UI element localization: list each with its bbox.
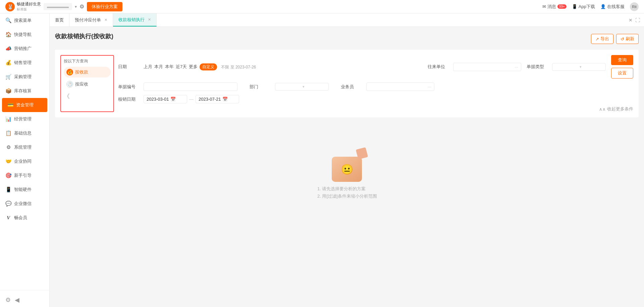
refresh-btn[interactable]: ↺ 刷新 xyxy=(616,34,639,44)
shortcut-this-year[interactable]: 本年 xyxy=(165,64,174,70)
tab-prepay[interactable]: 预付冲应付单 ✕ xyxy=(69,13,113,27)
logo-icon: 🐰 xyxy=(5,2,15,11)
sidebar-item-inventory[interactable]: 📦 库存核算 xyxy=(0,84,49,98)
system-icon: ⚙ xyxy=(5,144,11,150)
collapse-more-btn[interactable]: ∧∧ 收起更多条件 xyxy=(118,106,633,112)
calendar-start-icon[interactable]: 📅 xyxy=(170,97,176,102)
query-btn[interactable]: 查询 xyxy=(611,55,633,65)
empty-box-illustration: 😐 xyxy=(332,157,362,182)
salesman-dots-icon[interactable]: ··· xyxy=(428,84,431,89)
sidebar-item-search-menu[interactable]: 🔍 搜索菜单 xyxy=(0,13,49,28)
filter-fields: 日期 上月 本月 本年 近7天 更多 自定义 不限 至 2023-07-26 xyxy=(118,55,633,112)
user-avatar[interactable]: Rit xyxy=(630,2,639,11)
sidebar-item-marketing[interactable]: 📣 营销推广 xyxy=(0,42,49,56)
tab-expand-btn[interactable]: ⛶ xyxy=(635,17,640,23)
sidebar-item-purchase[interactable]: 🛒 采购管理 xyxy=(0,70,49,84)
filter-actions: 查询 设置 xyxy=(611,55,633,79)
empty-face-icon: 😐 xyxy=(341,163,353,175)
industry-btn[interactable]: 休验行业方案 xyxy=(87,2,122,11)
sidebar-item-basic-info[interactable]: 📋 基础信息 xyxy=(0,126,49,140)
tab-bar: 首页 预付冲应付单 ✕ 收款核销执行 ✕ ✕ ⛶ xyxy=(50,13,644,27)
doc-no-input[interactable] xyxy=(147,84,234,89)
sidebar-item-sales[interactable]: 💰 销售管理 xyxy=(0,56,49,70)
collapse-up-icon: ∧∧ xyxy=(599,107,606,112)
logo-name: 畅捷通好生意 xyxy=(17,1,41,7)
sidebar-item-hardware[interactable]: 📱 智能硬件 xyxy=(0,183,49,197)
sidebar-label-wechat: 企业微信 xyxy=(14,201,32,207)
beginner-icon: 🎯 xyxy=(5,172,11,178)
sales-icon: 💰 xyxy=(5,60,11,66)
dept-label: 部门 xyxy=(250,84,270,90)
empty-hint-2: 用[过滤]条件来缩小分析范围 xyxy=(322,193,377,199)
sidebar-item-member[interactable]: V 畅会员 xyxy=(0,211,49,225)
filter-left-collapse[interactable]: 《 xyxy=(64,92,111,100)
tab-prepay-close[interactable]: ✕ xyxy=(104,18,107,22)
app-download-btn[interactable]: 📱 App下载 xyxy=(572,4,595,10)
sidebar-label-marketing: 营销推广 xyxy=(14,46,32,52)
doc-no-field[interactable] xyxy=(144,83,237,91)
shortcut-last-month[interactable]: 上月 xyxy=(144,64,152,70)
online-service-btn[interactable]: 👤 在线客服 xyxy=(600,4,625,10)
salesman-field[interactable]: ··· xyxy=(366,83,434,91)
salesman-input[interactable] xyxy=(369,84,426,89)
tab-home[interactable]: 首页 xyxy=(50,13,69,27)
gear-icon[interactable]: ⚙ xyxy=(79,3,84,10)
service-icon: 👤 xyxy=(600,4,606,9)
messages-btn[interactable]: ✉ 消息 99+ xyxy=(542,4,567,10)
filter-row-3: 核销日期 2023-03-01 📅 — 2023-07-21 📅 xyxy=(118,95,633,103)
shortcut-more[interactable]: 更多 xyxy=(189,64,198,70)
doc-type-select[interactable]: ▾ xyxy=(552,63,606,71)
tab-close-btn[interactable]: ✕ xyxy=(629,17,633,23)
sidebar-item-finance[interactable]: 💳 资金管理 xyxy=(2,98,47,112)
sidebar-label-quick-nav: 快捷导航 xyxy=(14,32,32,38)
shortcut-custom[interactable]: 自定义 xyxy=(200,63,217,70)
shortcut-this-month[interactable]: 本月 xyxy=(154,64,163,70)
collapse-more-label: 收起更多条件 xyxy=(607,106,633,112)
sidebar-item-quick-nav[interactable]: 🏠 快捷导航 xyxy=(0,28,49,42)
refresh-icon: ↺ xyxy=(621,37,624,42)
sidebar-label-finance: 资金管理 xyxy=(16,102,34,108)
tab-receivable[interactable]: 收款核销执行 ✕ xyxy=(113,13,157,27)
counterpart-dots-icon[interactable]: ··· xyxy=(515,64,518,69)
company-name[interactable]: ▬▬▬▬▬ xyxy=(44,3,72,10)
sidebar-item-operations[interactable]: 📊 经营管理 xyxy=(0,112,49,126)
dept-select[interactable]: ▾ xyxy=(275,83,329,91)
salesman-label: 业务员 xyxy=(341,84,361,90)
counterpart-label: 往来单位 xyxy=(428,64,448,70)
content-area: 收款核销执行(按收款) ↗ 导出 ↺ 刷新 按以下方查询 xyxy=(50,27,644,307)
sidebar-item-enterprise[interactable]: 🤝 企业协同 xyxy=(0,154,49,168)
operations-icon: 📊 xyxy=(5,116,11,122)
sidebar-item-system[interactable]: ⚙ 系统管理 xyxy=(0,140,49,154)
filter-row-1: 日期 上月 本月 本年 近7天 更多 自定义 不限 至 2023-07-26 xyxy=(118,55,633,79)
sidebar-item-wechat[interactable]: 💬 企业微信 xyxy=(0,197,49,211)
filter-option-by-receivable[interactable]: 🕐 按应收 xyxy=(64,79,111,90)
calendar-end-icon[interactable]: 📅 xyxy=(222,97,228,102)
logo-area: 🐰 畅捷通好生意 标准版 xyxy=(5,1,41,12)
sidebar-label-inventory: 库存核算 xyxy=(14,88,32,94)
sidebar-label-hardware: 智能硬件 xyxy=(14,187,32,193)
sidebar-label-beginner: 新手引导 xyxy=(14,172,32,178)
shortcut-last-7-days[interactable]: 近7天 xyxy=(176,64,187,70)
sidebar-item-beginner[interactable]: 🎯 新手引导 xyxy=(0,168,49,183)
tab-prepay-label: 预付冲应付单 xyxy=(75,17,101,23)
tab-receivable-close[interactable]: ✕ xyxy=(148,17,151,22)
verify-date-start-input[interactable]: 2023-03-01 📅 xyxy=(144,95,187,103)
settings-btn[interactable]: 设置 xyxy=(611,68,633,79)
sidebar-settings-icon[interactable]: ⚙ xyxy=(5,296,11,304)
messages-label: 消息 xyxy=(547,4,556,10)
verify-date-end-input[interactable]: 2023-07-21 📅 xyxy=(196,95,239,103)
verify-date-label: 核销日期 xyxy=(118,96,138,102)
empty-hints: 请先选择要分析的方案 用[过滤]条件来缩小分析范围 xyxy=(317,186,377,201)
verify-date-start-value: 2023-03-01 xyxy=(147,97,169,102)
user-name: Rit xyxy=(632,5,636,9)
refresh-label: 刷新 xyxy=(626,36,634,42)
counterpart-field[interactable]: ··· xyxy=(453,63,521,71)
counterpart-input[interactable] xyxy=(456,64,513,69)
filter-option-by-receipt[interactable]: 💰 按收款 xyxy=(64,67,111,78)
sidebar-label-purchase: 采购管理 xyxy=(14,74,32,80)
date-separator: — xyxy=(189,97,194,102)
chevron-down-icon[interactable]: ▾ xyxy=(75,4,77,9)
date-shortcuts-group: 上月 本月 本年 近7天 更多 自定义 不限 至 2023-07-26 xyxy=(144,63,256,70)
export-btn[interactable]: ↗ 导出 xyxy=(591,34,613,44)
sidebar-collapse-icon[interactable]: ◀ xyxy=(15,296,19,304)
